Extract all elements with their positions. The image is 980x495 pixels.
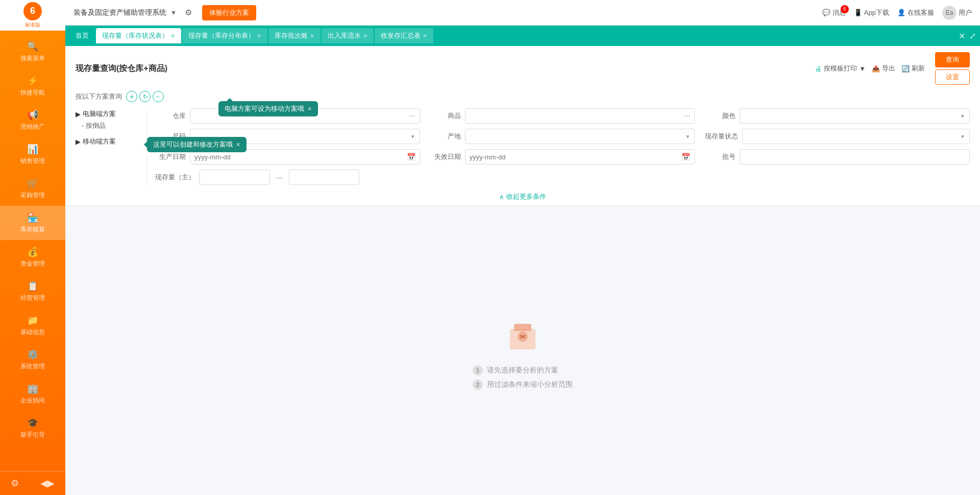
goods-select[interactable]: ··· bbox=[465, 108, 695, 124]
color-arrow-icon: ▼ bbox=[960, 113, 965, 119]
stock-status-select[interactable]: ▼ bbox=[742, 129, 970, 144]
filter-actions: + ↻ ← bbox=[126, 91, 164, 102]
refresh-scheme-btn[interactable]: ↻ bbox=[139, 91, 151, 102]
print-arrow: ▼ bbox=[859, 65, 866, 73]
tab-inventory-status-close[interactable]: ✕ bbox=[170, 33, 175, 39]
app-download-label: App下载 bbox=[864, 8, 889, 17]
sidebar-item-search[interactable]: 🔍 搜索菜单 bbox=[0, 35, 65, 69]
expiry-date-input-wrap: 📅 bbox=[465, 149, 695, 164]
tab-home[interactable]: 首页 bbox=[69, 28, 95, 43]
refresh-btn[interactable]: 🔄 刷新 bbox=[901, 64, 925, 73]
scheme-group-mobile-header[interactable]: ▶ 移动端方案 bbox=[76, 136, 140, 147]
color-select[interactable]: ▼ bbox=[740, 108, 970, 124]
tab-inventory-dist-close[interactable]: ✕ bbox=[257, 33, 261, 39]
tab-receive-summary-close[interactable]: ✕ bbox=[423, 33, 427, 39]
prev-scheme-btn[interactable]: ← bbox=[153, 91, 164, 102]
refresh-label: 刷新 bbox=[912, 64, 925, 73]
tab-inventory-dist[interactable]: 现存量（库存分布表） ✕ bbox=[182, 28, 267, 43]
sidebar-item-enterprise[interactable]: 🏢 企业协同 bbox=[0, 377, 65, 411]
system-dropdown[interactable]: ▼ bbox=[170, 9, 177, 16]
sidebar-item-system-label: 系统管理 bbox=[20, 362, 45, 371]
sidebar-item-operations-label: 经营管理 bbox=[20, 294, 45, 302]
field-origin: 产地 ▼ bbox=[430, 129, 695, 144]
tooltip-scheme-edit-close[interactable]: ✕ bbox=[236, 142, 240, 148]
logo-icon: 6 bbox=[23, 2, 42, 20]
sidebar-item-basic[interactable]: 📁 基础信息 bbox=[0, 309, 65, 343]
sales-icon: 📊 bbox=[27, 144, 38, 155]
tooltip-scheme-mobile-close[interactable]: ✕ bbox=[307, 106, 312, 112]
sidebar-settings-btn[interactable]: ⚙ bbox=[11, 478, 19, 489]
sidebar-item-sales[interactable]: 📊 销售管理 bbox=[0, 137, 65, 172]
tab-inventory-status[interactable]: 现存量（库存状况表） ✕ bbox=[96, 28, 181, 43]
field-stock-status: 现存量状态 ▼ bbox=[705, 129, 970, 144]
sidebar-item-system[interactable]: ⚙️ 系统管理 bbox=[0, 343, 65, 377]
sidebar-item-quicknav-label: 快捷导航 bbox=[20, 88, 45, 97]
empty-illustration bbox=[500, 311, 546, 357]
page-title: 现存量查询(按仓库+商品) bbox=[76, 63, 167, 74]
refresh-icon: 🔄 bbox=[901, 65, 910, 73]
sidebar-nav: 🔍 搜索菜单 ⚡ 快捷导航 📢 营销推广 📊 销售管理 🛒 采购管理 🏪 库存核… bbox=[0, 31, 65, 471]
range-separator: — bbox=[276, 174, 283, 181]
goods-more-icon: ··· bbox=[683, 111, 690, 121]
expiry-date-calendar-icon[interactable]: 📅 bbox=[681, 153, 690, 161]
filter-row-3: 生产日期 📅 失效日期 📅 bbox=[155, 149, 970, 164]
print-icon: 🖨 bbox=[815, 65, 822, 73]
tab-close-all-icon[interactable]: ✕ bbox=[959, 31, 965, 41]
sidebar-item-quicknav[interactable]: ⚡ 快捷导航 bbox=[0, 69, 65, 103]
add-scheme-btn[interactable]: + bbox=[126, 91, 137, 102]
print-btn[interactable]: 🖨 按模板打印 ▼ bbox=[815, 64, 866, 73]
page-actions: 🖨 按模板打印 ▼ 📤 导出 🔄 刷新 查询 设 bbox=[815, 52, 970, 85]
empty-step-1: 1 请先选择要分析的方案 bbox=[473, 365, 558, 375]
stock-main-from-input[interactable] bbox=[199, 170, 270, 185]
stock-main-label: 现存量（主） bbox=[155, 173, 195, 182]
tab-inventory-batch[interactable]: 库存批次账 ✕ bbox=[268, 28, 321, 43]
message-btn[interactable]: 💬 消息 6 bbox=[822, 8, 846, 17]
tab-inout-flow-close[interactable]: ✕ bbox=[363, 33, 368, 39]
tab-receive-summary[interactable]: 收发存汇总表 ✕ bbox=[375, 28, 433, 43]
tab-fullscreen-icon[interactable]: ⤢ bbox=[969, 31, 976, 41]
sidebar-item-finance[interactable]: 💰 资金管理 bbox=[0, 240, 65, 274]
production-date-input[interactable] bbox=[194, 153, 407, 161]
tab-inout-flow[interactable]: 出入库流水 ✕ bbox=[322, 28, 374, 43]
tab-bar-right: ✕ ⤢ bbox=[959, 31, 976, 41]
industry-btn[interactable]: 体验行业方案 bbox=[202, 5, 256, 20]
scheme-group-pc-header[interactable]: ▶ 电脑端方案 bbox=[76, 108, 140, 120]
print-label: 按模板打印 bbox=[824, 64, 857, 73]
tooltip-scheme-mobile: 电脑方案可设为移动方案哦 ✕ bbox=[218, 101, 318, 116]
svg-rect-1 bbox=[514, 324, 531, 331]
collapse-bar[interactable]: ∧ 收起更多条件 bbox=[76, 187, 970, 205]
sidebar-item-inventory[interactable]: 🏪 库存核算 bbox=[0, 206, 65, 240]
sidebar-item-guide[interactable]: 🎓 新手引导 bbox=[0, 411, 65, 445]
expiry-date-input[interactable] bbox=[470, 153, 682, 161]
sidebar-item-operations[interactable]: 📋 经营管理 bbox=[0, 274, 65, 309]
page-title-row: 现存量查询(按仓库+商品) 🖨 按模板打印 ▼ 📤 导出 🔄 刷新 bbox=[76, 52, 970, 85]
reset-btn[interactable]: 设置 bbox=[935, 69, 970, 85]
batch-no-input[interactable] bbox=[740, 149, 970, 164]
empty-step-2: 2 用过滤条件来缩小分析范围 bbox=[473, 380, 573, 390]
size-arrow-icon: ▼ bbox=[410, 134, 415, 139]
app-download-btn[interactable]: 📱 App下载 bbox=[854, 8, 889, 17]
stock-main-to-input[interactable] bbox=[289, 170, 360, 185]
step1-text: 请先选择要分析的方案 bbox=[487, 366, 558, 375]
scheme-group-mobile: ▶ 移动端方案 bbox=[76, 136, 140, 147]
expiry-date-label: 失效日期 bbox=[430, 152, 461, 161]
tab-inventory-batch-close[interactable]: ✕ bbox=[310, 33, 314, 39]
tab-bar: 首页 现存量（库存状况表） ✕ 现存量（库存分布表） ✕ 库存批次账 ✕ 出入库… bbox=[65, 26, 980, 46]
sidebar-item-purchase[interactable]: 🛒 采购管理 bbox=[0, 172, 65, 206]
stock-status-label: 现存量状态 bbox=[705, 132, 738, 141]
scheme-group-pc-label: 电脑端方案 bbox=[83, 109, 116, 119]
header-right: 💬 消息 6 📱 App下载 👤 在线客服 Ea 用户 bbox=[822, 6, 972, 20]
settings-icon[interactable]: ⚙ bbox=[185, 8, 192, 17]
sidebar-item-enterprise-label: 企业协同 bbox=[20, 396, 45, 405]
search-btn[interactable]: 查询 bbox=[935, 52, 970, 67]
tab-inventory-batch-label: 库存批次账 bbox=[275, 31, 308, 40]
sidebar-collapse-btn[interactable]: ◀▶ bbox=[40, 478, 55, 489]
sidebar-item-marketing[interactable]: 📢 营销推广 bbox=[0, 103, 65, 137]
filter-fields: 仓库 ··· 商品 ··· bbox=[155, 108, 970, 187]
user-area[interactable]: Ea 用户 bbox=[942, 6, 972, 20]
scheme-item-goods[interactable]: ▪ 按倒品 bbox=[76, 120, 140, 132]
export-btn[interactable]: 📤 导出 bbox=[872, 64, 895, 73]
origin-select[interactable]: ▼ bbox=[465, 129, 695, 144]
online-support-btn[interactable]: 👤 在线客服 bbox=[897, 8, 934, 17]
production-date-calendar-icon[interactable]: 📅 bbox=[407, 153, 415, 161]
